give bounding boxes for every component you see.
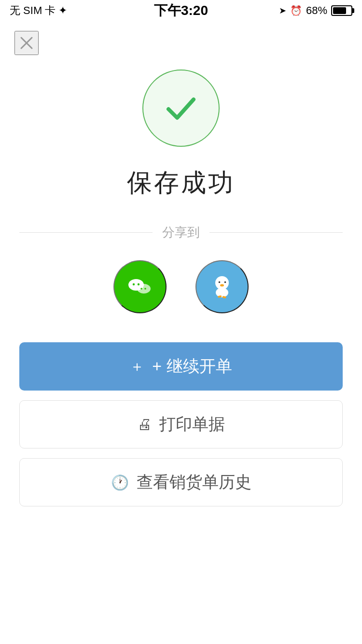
plus-icon: ＋ (130, 357, 144, 377)
close-button[interactable] (14, 31, 39, 55)
wechat-share-button[interactable] (113, 260, 167, 313)
history-label: 查看销货单历史 (137, 471, 251, 493)
wechat-icon (125, 272, 154, 301)
checkmark-icon (162, 89, 200, 127)
status-bar: 无 SIM 卡 ✦ 下午3:20 ➤ ⏰ 68% (0, 0, 362, 21)
svg-point-11 (219, 281, 221, 283)
svg-point-6 (140, 288, 142, 290)
svg-point-13 (220, 284, 224, 287)
printer-icon: 🖨 (137, 416, 152, 433)
qq-icon (208, 272, 237, 301)
share-label: 分享到 (162, 224, 200, 241)
battery-icon (331, 5, 352, 16)
svg-point-5 (138, 283, 139, 285)
svg-point-12 (224, 281, 226, 283)
alarm-icon: ⏰ (290, 5, 302, 16)
sim-signal-text: 无 SIM 卡 ✦ (10, 3, 67, 18)
close-area (0, 21, 362, 60)
main-content: 保存成功 分享到 (0, 60, 362, 644)
actions: ＋ + 继续开单 🖨 打印单据 🕐 查看销货单历史 (19, 342, 343, 506)
history-button[interactable]: 🕐 查看销货单历史 (19, 458, 343, 506)
svg-point-4 (133, 283, 135, 285)
clock-icon: 🕐 (111, 474, 129, 491)
success-title: 保存成功 (127, 166, 235, 200)
share-divider: 分享到 (19, 224, 343, 241)
print-button[interactable]: 🖨 打印单据 (19, 400, 343, 448)
continue-order-label: + 继续开单 (152, 355, 232, 378)
share-section: 分享到 (19, 224, 343, 313)
status-left: 无 SIM 卡 ✦ (10, 3, 67, 18)
svg-point-14 (216, 288, 228, 297)
continue-order-button[interactable]: ＋ + 继续开单 (19, 342, 343, 391)
share-icons (19, 260, 343, 313)
svg-point-3 (137, 284, 151, 294)
location-icon: ➤ (279, 5, 286, 16)
qq-share-button[interactable] (195, 260, 249, 313)
success-icon-circle (142, 70, 220, 147)
svg-point-8 (215, 276, 229, 290)
battery-text: 68% (306, 4, 327, 17)
print-label: 打印单据 (159, 413, 225, 435)
svg-point-7 (144, 288, 146, 290)
status-time: 下午3:20 (154, 1, 208, 20)
status-right: ➤ ⏰ 68% (279, 4, 352, 17)
